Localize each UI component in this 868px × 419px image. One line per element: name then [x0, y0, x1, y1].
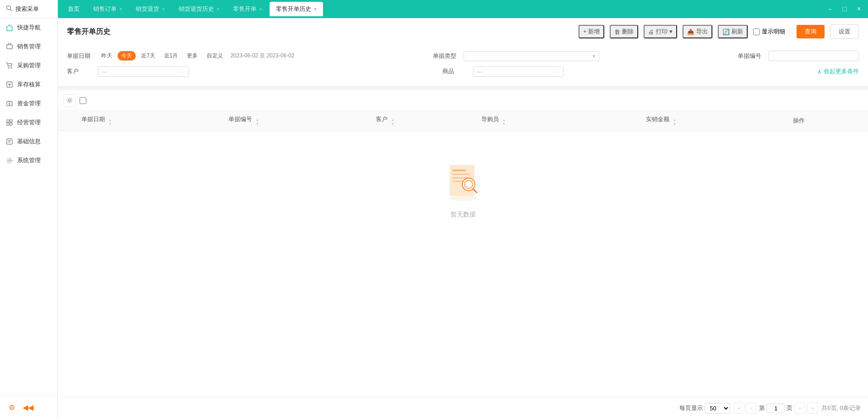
- svg-rect-18: [452, 174, 470, 175]
- query-btn[interactable]: 查询: [797, 25, 825, 38]
- sidebar-footer: ⚙ ◀◀: [0, 395, 57, 419]
- sort-date-icons: ▲ ▼: [109, 118, 112, 126]
- filter-area: 单据日期 昨天 今天 近7天 近1月 更多 自定义 2023-06-02 至 2…: [67, 45, 859, 86]
- th-date[interactable]: 单据日期 ▲ ▼: [76, 111, 223, 131]
- th-amount[interactable]: 实销金额 ▲ ▼: [640, 111, 787, 131]
- operations-icon: [5, 118, 14, 127]
- sort-guide-icons: ▲ ▼: [502, 118, 506, 126]
- date-1month-btn[interactable]: 近1月: [161, 51, 182, 61]
- tab-sales-return-history-label: 销货退货历史: [179, 5, 214, 13]
- minimize-btn[interactable]: －: [825, 4, 835, 14]
- settings-footer-btn[interactable]: ⚙: [5, 401, 18, 414]
- sidebar-item-operations[interactable]: 经营管理: [0, 113, 57, 132]
- display-detail-checkbox[interactable]: [753, 28, 760, 35]
- sales-icon: [5, 42, 14, 51]
- collapse-filter-btn[interactable]: ∧ 收起更多条件: [817, 66, 859, 77]
- sidebar: 搜索采单 快捷导航 销售管理: [0, 0, 58, 419]
- search-icon: [5, 5, 13, 13]
- add-btn[interactable]: + 新增: [579, 25, 604, 38]
- tab-sales-order[interactable]: 销售订单 ×: [87, 2, 128, 16]
- display-detail-toggle[interactable]: 显示明细: [753, 28, 785, 36]
- sidebar-nav: 快捷导航 销售管理 采购管理: [0, 18, 57, 395]
- toolbar: + 新增 🗑 删除 🖨 打印 ▾ 📤 导出 🔄: [579, 24, 859, 39]
- th-guide[interactable]: 导购员 ▲ ▼: [476, 111, 602, 131]
- display-detail-label: 显示明细: [762, 28, 785, 36]
- date-more-btn[interactable]: 更多: [183, 51, 201, 61]
- page-header: 零售开单历史 + 新增 🗑 删除 🖨 打印 ▾ 📤 导出: [58, 18, 868, 87]
- customer-input[interactable]: [102, 68, 178, 75]
- goods-input-wrap: ···: [473, 66, 564, 77]
- tab-sales-order-label: 销售订单: [93, 5, 117, 13]
- delete-label: 删除: [622, 28, 634, 36]
- sidebar-search[interactable]: 搜索采单: [0, 0, 57, 18]
- collapse-sidebar-btn[interactable]: ◀◀: [22, 401, 34, 414]
- column-settings-btn[interactable]: [63, 94, 76, 107]
- table-toolbar: [58, 90, 868, 111]
- th-order-no[interactable]: 单据编号 ▲ ▼: [223, 111, 370, 131]
- order-no-label: 单据编号: [738, 52, 765, 60]
- refresh-btn[interactable]: 🔄 刷新: [718, 25, 748, 38]
- table-header-row: 单据日期 ▲ ▼ 单据编号 ▲ ▼: [58, 111, 868, 131]
- date-yesterday-btn[interactable]: 昨天: [98, 51, 116, 61]
- tab-close-sales-return-history[interactable]: ×: [217, 6, 219, 12]
- tab-retail-history[interactable]: 零售开单历史 ×: [270, 2, 323, 16]
- th-action-label: 操作: [793, 117, 805, 124]
- system-icon: [5, 156, 14, 165]
- goods-dots-icon: ···: [555, 68, 560, 75]
- settings-btn[interactable]: 设置: [830, 24, 859, 39]
- page-nav: « ‹ 第 页 › »: [734, 403, 818, 414]
- tabs-bar: 首页 销售订单 × 销货退货 × 销货退货历史 × 零售开单 × 零售开单历史 …: [58, 0, 868, 18]
- export-btn[interactable]: 📤 导出: [683, 25, 712, 38]
- tab-home[interactable]: 首页: [62, 2, 86, 16]
- order-no-input[interactable]: [773, 52, 855, 59]
- tab-close-retail-history[interactable]: ×: [314, 6, 317, 12]
- tab-close-retail-open[interactable]: ×: [259, 6, 262, 12]
- sidebar-item-finance[interactable]: 资金管理: [0, 94, 57, 113]
- delete-btn[interactable]: 🗑 删除: [610, 25, 638, 38]
- tab-home-label: 首页: [68, 5, 80, 13]
- refresh-icon: 🔄: [722, 28, 730, 35]
- sidebar-item-inventory[interactable]: 库存核算: [0, 75, 57, 94]
- first-page-btn[interactable]: «: [734, 403, 745, 414]
- sort-customer-icons: ▲ ▼: [391, 118, 394, 126]
- tab-close-sales-order[interactable]: ×: [119, 6, 122, 12]
- tab-close-sales-return[interactable]: ×: [162, 6, 165, 12]
- page-label: 第: [759, 404, 765, 412]
- close-btn[interactable]: ×: [854, 4, 864, 14]
- print-btn[interactable]: 🖨 打印 ▾: [644, 25, 677, 38]
- home-icon: [5, 24, 14, 32]
- sidebar-item-label: 采购管理: [17, 61, 41, 70]
- tab-sales-return[interactable]: 销货退货 ×: [129, 2, 171, 16]
- svg-point-14: [69, 99, 71, 101]
- date-custom-btn[interactable]: 自定义: [203, 51, 227, 61]
- goods-input[interactable]: [477, 68, 553, 75]
- type-select[interactable]: ▾: [464, 51, 599, 61]
- date-today-btn[interactable]: 今天: [118, 51, 136, 61]
- prev-page-btn[interactable]: ‹: [746, 403, 757, 414]
- th-customer[interactable]: 客户 ▲ ▼: [370, 111, 476, 131]
- next-page-btn[interactable]: ›: [794, 403, 805, 414]
- tab-sales-return-history[interactable]: 销货退货历史 ×: [172, 2, 226, 16]
- sidebar-item-basic-info[interactable]: 基础信息: [0, 132, 57, 151]
- svg-rect-10: [10, 123, 12, 125]
- svg-rect-9: [7, 123, 9, 125]
- per-page-select[interactable]: 50 10 20 100: [705, 403, 730, 414]
- sidebar-item-label: 快捷导航: [17, 24, 41, 32]
- tab-retail-open-label: 零售开单: [233, 5, 256, 13]
- sidebar-item-sales-mgmt[interactable]: 销售管理: [0, 37, 57, 56]
- sidebar-item-system[interactable]: 系统管理: [0, 151, 57, 170]
- empty-text: 暂无数据: [451, 211, 476, 219]
- date-7days-btn[interactable]: 近7天: [138, 51, 159, 61]
- select-all-checkbox[interactable]: [80, 97, 86, 104]
- page-title-row: 零售开单历史 + 新增 🗑 删除 🖨 打印 ▾ 📤 导出: [67, 24, 859, 39]
- sidebar-item-purchase-mgmt[interactable]: 采购管理: [0, 56, 57, 75]
- page-content: 零售开单历史 + 新增 🗑 删除 🖨 打印 ▾ 📤 导出: [58, 18, 868, 419]
- svg-rect-7: [7, 120, 9, 122]
- sidebar-item-quick-nav[interactable]: 快捷导航: [0, 18, 57, 37]
- last-page-btn[interactable]: »: [807, 403, 818, 414]
- page-input[interactable]: [767, 404, 785, 413]
- window-controls: － □ ×: [825, 4, 864, 14]
- tab-retail-open[interactable]: 零售开单 ×: [227, 2, 268, 16]
- filter-row-2: 客户 ··· 商品 ··· ∧ 收起更多条件: [67, 66, 859, 77]
- maximize-btn[interactable]: □: [839, 4, 850, 14]
